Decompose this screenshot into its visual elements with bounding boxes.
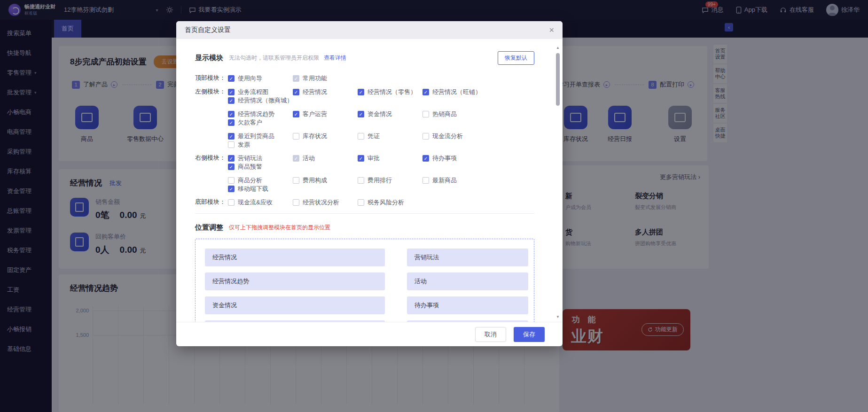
display-modules-note: 无法勾选时，请联系管理员开启权限: [229, 54, 319, 62]
module-group-label: 顶部模块：: [195, 74, 228, 82]
drag-module-bar[interactable]: 经营情况: [205, 249, 385, 266]
module-checkbox-item[interactable]: 库存状况: [293, 132, 358, 140]
module-checkbox-item[interactable]: 商品预警: [228, 163, 293, 171]
module-checkbox-item[interactable]: 客户运营: [293, 110, 358, 118]
modal-scrollbar[interactable]: ▲ ▼: [555, 46, 561, 319]
checkbox-label: 资金情况: [368, 110, 392, 118]
checkbox[interactable]: [293, 133, 299, 140]
module-checkbox-item[interactable]: 使用向导: [228, 74, 293, 83]
drag-column-left: 经营情况经营情况趋势资金情况客户运营经营情况（零售）经营情况（旺铺）: [205, 249, 385, 322]
module-row: 底部模块： 现金流&应收 经营状况分析 税务风险分析: [195, 198, 534, 207]
module-checkbox-item[interactable]: 最近到货商品: [228, 132, 293, 140]
drag-module-bar[interactable]: 营销玩法: [407, 249, 528, 266]
save-button[interactable]: 保存: [514, 327, 545, 342]
checkbox[interactable]: [358, 133, 364, 140]
module-checkbox-item[interactable]: 现金流&应收: [228, 198, 293, 207]
module-checkbox-item[interactable]: 商品分析: [228, 176, 293, 185]
drag-module-bar[interactable]: 商品预警: [407, 320, 528, 322]
checkbox[interactable]: [228, 75, 235, 82]
checkbox[interactable]: [358, 155, 364, 162]
module-checkbox-item[interactable]: 经营情况: [293, 88, 358, 96]
module-checkbox-item[interactable]: 费用排行: [358, 176, 422, 185]
checkbox[interactable]: [228, 119, 235, 126]
module-checkbox-item[interactable]: 经营情况（微商城）: [228, 96, 293, 105]
drag-module-bar[interactable]: 经营情况趋势: [205, 272, 385, 290]
checkbox[interactable]: [228, 163, 235, 170]
checkbox-label: 最新商品: [432, 176, 457, 185]
module-checkbox-item[interactable]: 经营情况趋势: [228, 110, 293, 118]
drag-module-bar[interactable]: 待办事项: [407, 296, 528, 314]
module-checkbox-item[interactable]: 最新商品: [422, 176, 487, 185]
checkbox[interactable]: [422, 89, 429, 95]
drag-module-bar[interactable]: 客户运营: [205, 320, 385, 322]
close-icon[interactable]: ×: [549, 26, 554, 34]
checkbox[interactable]: [422, 111, 429, 117]
checkbox[interactable]: [228, 155, 235, 162]
display-modules-heading: 显示模块: [195, 54, 223, 62]
checkbox[interactable]: [358, 199, 364, 206]
checkbox[interactable]: [228, 97, 235, 104]
drag-module-bar[interactable]: 资金情况: [205, 296, 385, 314]
module-checkbox-item[interactable]: 待办事项: [422, 154, 487, 163]
checkbox-label: 现金流分析: [432, 132, 463, 140]
module-checkbox-item[interactable]: 经营情况（旺铺）: [422, 88, 487, 96]
checkbox[interactable]: [358, 111, 364, 117]
checkbox[interactable]: [293, 155, 299, 162]
module-checkbox-item[interactable]: 常用功能: [293, 74, 358, 83]
checkbox-label: 活动: [303, 154, 315, 163]
module-checkbox-item[interactable]: 资金情况: [358, 110, 422, 118]
checkbox-label: 商品分析: [238, 176, 262, 185]
scrollbar-thumb[interactable]: [556, 53, 560, 106]
module-checkbox-item[interactable]: 热销商品: [422, 110, 487, 118]
scroll-up-icon[interactable]: ▲: [555, 46, 561, 50]
checkbox[interactable]: [293, 199, 299, 206]
module-checkbox-item[interactable]: 发票: [228, 140, 293, 149]
module-row-items: 商品分析 费用构成 费用排行 最新商品 移动端下载: [228, 176, 534, 193]
drag-column-right: 营销玩法活动待办事项商品预警审批移动端下载: [407, 249, 528, 322]
checkbox[interactable]: [228, 199, 235, 206]
checkbox[interactable]: [422, 177, 429, 184]
module-checkbox-item[interactable]: 现金流分析: [422, 132, 487, 140]
module-checkbox-item[interactable]: 活动: [293, 154, 358, 163]
module-checkbox-item[interactable]: 费用构成: [293, 176, 358, 185]
module-row: 左侧模块： 业务流程图 经营情况 经营情况（零售） 经营情况（旺铺） 经营情况（…: [195, 88, 534, 105]
position-heading: 位置调整: [195, 223, 223, 232]
checkbox[interactable]: [293, 89, 299, 95]
module-row: 顶部模块： 使用向导 常用功能: [195, 74, 534, 83]
module-checkbox-item[interactable]: 经营情况（零售）: [358, 88, 422, 96]
module-row-items: 现金流&应收 经营状况分析 税务风险分析: [228, 198, 534, 207]
checkbox[interactable]: [228, 141, 235, 148]
restore-default-button[interactable]: 恢复默认: [498, 51, 534, 65]
drag-module-bar[interactable]: 活动: [407, 272, 528, 290]
checkbox[interactable]: [422, 155, 429, 162]
checkbox[interactable]: [228, 177, 235, 184]
checkbox-label: 业务流程图: [238, 88, 268, 96]
checkbox[interactable]: [293, 111, 299, 117]
module-checkbox-item[interactable]: 移动端下载: [228, 185, 293, 193]
module-checkbox-item[interactable]: 凭证: [358, 132, 422, 140]
module-checkbox-item[interactable]: 欠款客户: [228, 118, 293, 127]
checkbox[interactable]: [293, 75, 299, 82]
drag-area: 经营情况经营情况趋势资金情况客户运营经营情况（零售）经营情况（旺铺） 营销玩法活…: [195, 239, 534, 322]
checkbox-label: 常用功能: [303, 74, 327, 83]
module-checkbox-item[interactable]: 营销玩法: [228, 154, 293, 163]
scroll-down-icon[interactable]: ▼: [555, 315, 561, 319]
module-checkbox-item[interactable]: 经营状况分析: [293, 198, 358, 207]
cancel-button[interactable]: 取消: [475, 327, 506, 342]
view-details-link[interactable]: 查看详情: [324, 54, 346, 62]
checkbox[interactable]: [293, 177, 299, 184]
checkbox[interactable]: [358, 89, 364, 95]
module-row: 商品分析 费用构成 费用排行 最新商品 移动端下载: [195, 176, 534, 193]
checkbox-label: 营销玩法: [238, 154, 262, 163]
checkbox-label: 现金流&应收: [238, 198, 273, 207]
checkbox[interactable]: [228, 111, 235, 117]
checkbox[interactable]: [422, 133, 429, 140]
modal-header: 首页自定义设置 ×: [176, 21, 563, 39]
module-checkbox-item[interactable]: 业务流程图: [228, 88, 293, 96]
module-checkbox-item[interactable]: 税务风险分析: [358, 198, 422, 207]
checkbox[interactable]: [228, 89, 235, 95]
module-checkbox-item[interactable]: 审批: [358, 154, 422, 163]
checkbox[interactable]: [358, 177, 364, 184]
checkbox[interactable]: [228, 186, 235, 192]
checkbox[interactable]: [228, 133, 235, 140]
